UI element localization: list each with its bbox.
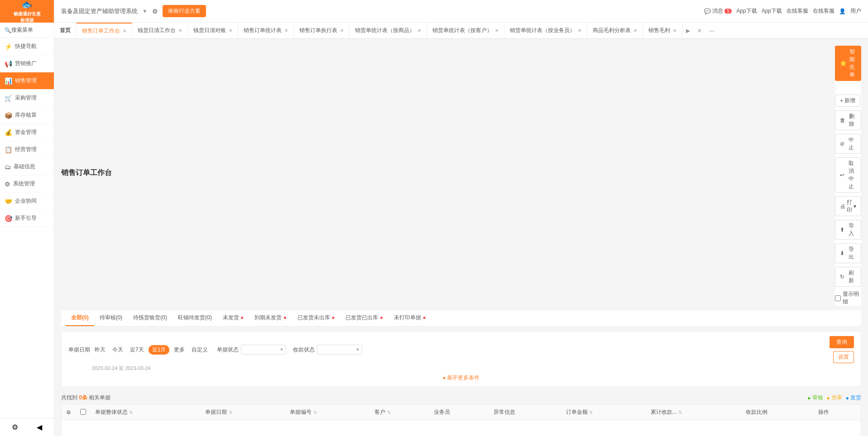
status-select-wrapper (241, 345, 286, 355)
col-status[interactable]: 单据整体状态 ⇅ (91, 405, 201, 420)
sidebar-item-inventory[interactable]: 📦 库存核算 (0, 107, 54, 124)
tab-goods-stats-customer[interactable]: 销货单统计表（按客户） ✕ (427, 23, 504, 39)
sub-tab-all[interactable]: 全部(0) (66, 310, 94, 326)
close-icon[interactable]: ✕ (417, 28, 421, 33)
sidebar-item-quick[interactable]: ⚡ 快捷导航 (0, 38, 54, 55)
date-opt-yesterday[interactable]: 昨天 (92, 345, 108, 355)
select-all-checkbox[interactable] (80, 409, 86, 415)
refresh-button[interactable]: ↻ 刷新 (835, 267, 861, 287)
sidebar-item-system[interactable]: ⚙ 系统管理 (0, 175, 54, 193)
tab-more-icon[interactable]: ▶ (682, 28, 694, 34)
tab-home[interactable]: 首页 (54, 23, 77, 39)
sidebar-item-basic[interactable]: 🗂 基础信息 (0, 158, 54, 175)
solution-button[interactable]: 体验行业方案 (163, 5, 206, 17)
close-icon[interactable]: ✕ (178, 28, 182, 33)
tab-goods-stats-staff[interactable]: 销货单统计表（按业务员） ✕ (504, 23, 587, 39)
col-abnormal[interactable]: 异常信息 (489, 405, 561, 420)
col-staff[interactable]: 业务员 (429, 405, 489, 420)
online-service-label[interactable]: 在线客服 (813, 7, 834, 15)
tab-margin-analysis[interactable]: 商品毛利分析表 ✕ (587, 23, 643, 39)
tab-cash-clear[interactable]: 钱货日清对账 ✕ (188, 23, 238, 39)
revoke-icon: ● (827, 395, 830, 401)
stop-button[interactable]: ⊘ 中止 (835, 134, 861, 154)
sidebar-item-search[interactable]: 🔍 搜索菜单 (0, 23, 54, 38)
dropdown-icon[interactable]: ▼ (142, 8, 148, 14)
status-select[interactable] (241, 345, 286, 355)
close-icon[interactable]: ✕ (633, 28, 637, 33)
close-icon[interactable]: ✕ (673, 28, 676, 33)
col-amount[interactable]: 订单金额 ⇅ (561, 405, 646, 420)
export-button[interactable]: ⬇ 导出 (835, 243, 861, 263)
date-opt-7days[interactable]: 近7天 (128, 345, 146, 355)
message-icon[interactable]: 💬 消息 5 (704, 7, 732, 15)
query-button[interactable]: 查询 (830, 336, 854, 348)
tab-sales-stats[interactable]: 销售订单统计表 ✕ (238, 23, 294, 39)
sub-tab-not-shipped[interactable]: 未发货 ● (217, 310, 249, 326)
settings-icon[interactable]: ⚙ (12, 423, 18, 431)
col-number[interactable]: 单据编号 ⇅ (285, 405, 370, 420)
cancel-stop-button[interactable]: ↩ 取消中止 (835, 157, 861, 193)
show-detail-label[interactable]: 显示明细 (835, 290, 861, 306)
revoke-button[interactable]: ● 充审 (827, 394, 842, 402)
tab-sales-profit[interactable]: 销售毛利 ✕ (643, 23, 682, 39)
sidebar-item-marketing[interactable]: 📢 营销推广 (0, 55, 54, 72)
sub-tab-shipped-out[interactable]: 已发货已出库 ● (340, 310, 388, 326)
alert-badge: ● (331, 314, 335, 321)
user-label[interactable]: 用户 (850, 7, 861, 15)
expand-more-btn[interactable]: ▾ 展开更多条件 (68, 374, 854, 382)
empty-state: 暂无数据 (66, 424, 856, 436)
settings-topbar-icon[interactable]: ⚙ (152, 8, 158, 15)
sub-tab-pending-audit[interactable]: 待审核(0) (94, 310, 128, 326)
sub-tab-pending-inspect[interactable]: 待拣货验货(0) (128, 310, 173, 326)
date-opt-more[interactable]: 更多 (172, 345, 187, 355)
sidebar-item-finance[interactable]: 💰 资金管理 (0, 124, 54, 141)
audit-button[interactable]: ● 审核 (807, 394, 823, 402)
col-customer[interactable]: 客户 ⇅ (370, 405, 429, 420)
sub-tab-expired-not-shipped[interactable]: 到期未发货 ● (249, 310, 292, 326)
online-service[interactable]: 在线客服 (786, 7, 808, 15)
delete-icon: 🗑 (840, 117, 845, 123)
close-icon[interactable]: ✕ (229, 28, 232, 33)
alert-badge: ● (283, 314, 287, 321)
print-button[interactable]: 🖨 打印 ▾ (835, 196, 861, 216)
tab-sales-workbench[interactable]: 销售订单工作台 ✕ (77, 23, 132, 39)
col-date[interactable]: 单据日期 ⇅ (201, 405, 285, 420)
sidebar-item-label: 营销推广 (15, 60, 37, 67)
import-button[interactable]: ⬆ 导入 (835, 220, 861, 240)
show-detail-checkbox[interactable] (835, 295, 841, 301)
sidebar-item-purchase[interactable]: 🛒 采购管理 (0, 90, 54, 107)
smart-create-button[interactable]: ⭐ 智能生单 (835, 46, 861, 81)
tab-daily-clear[interactable]: 钱货日清工作台 ✕ (132, 23, 188, 39)
app-download[interactable]: App下载 (736, 7, 757, 15)
close-icon[interactable]: ✕ (578, 28, 581, 33)
col-collected[interactable]: 累计收款... ⇅ (646, 405, 741, 420)
new-button[interactable]: + 新增 (835, 95, 860, 107)
sidebar-item-guide[interactable]: 🎯 新手引导 (0, 210, 54, 227)
ship-button[interactable]: ● 发货 (846, 394, 861, 402)
date-opt-1month[interactable]: 近1月 (149, 345, 170, 355)
app-download-label[interactable]: App下载 (762, 7, 782, 15)
tab-goods-stats-product[interactable]: 销货单统计表（按商品） ✕ (350, 23, 427, 39)
col-settings[interactable]: ⚙ (62, 405, 76, 420)
tab-close-all-icon[interactable]: ✕ (694, 28, 705, 34)
sub-tab-wangpu[interactable]: 旺铺待发货(0) (173, 310, 217, 326)
payment-label: 收款状态 (293, 346, 315, 354)
tab-sales-exec[interactable]: 销售订单执行表 ✕ (294, 23, 350, 39)
date-opt-custom[interactable]: 自定义 (189, 345, 210, 355)
close-icon[interactable]: ✕ (340, 28, 344, 33)
close-icon[interactable]: ✕ (495, 28, 499, 33)
settings-button[interactable]: 设置 (833, 351, 854, 363)
date-opt-today[interactable]: 今天 (110, 345, 125, 355)
close-icon[interactable]: ✕ (123, 28, 126, 33)
sub-tab-shipped-not-out[interactable]: 已发货未出库 ● (292, 310, 340, 326)
payment-select[interactable] (317, 345, 362, 355)
tab-minimize-icon[interactable]: — (705, 28, 718, 34)
close-icon[interactable]: ✕ (284, 28, 288, 33)
sidebar-item-sales[interactable]: 📊 销售管理 (0, 72, 54, 90)
sidebar-item-corp[interactable]: 🤝 企业协同 (0, 193, 54, 210)
collapse-icon[interactable]: ◀ (37, 423, 42, 431)
sidebar-item-operation[interactable]: 📋 经营管理 (0, 141, 54, 158)
col-check[interactable] (76, 405, 91, 420)
delete-button[interactable]: 🗑 删除 (835, 110, 861, 130)
sub-tab-not-printed[interactable]: 未打印单据 ● (388, 310, 432, 326)
